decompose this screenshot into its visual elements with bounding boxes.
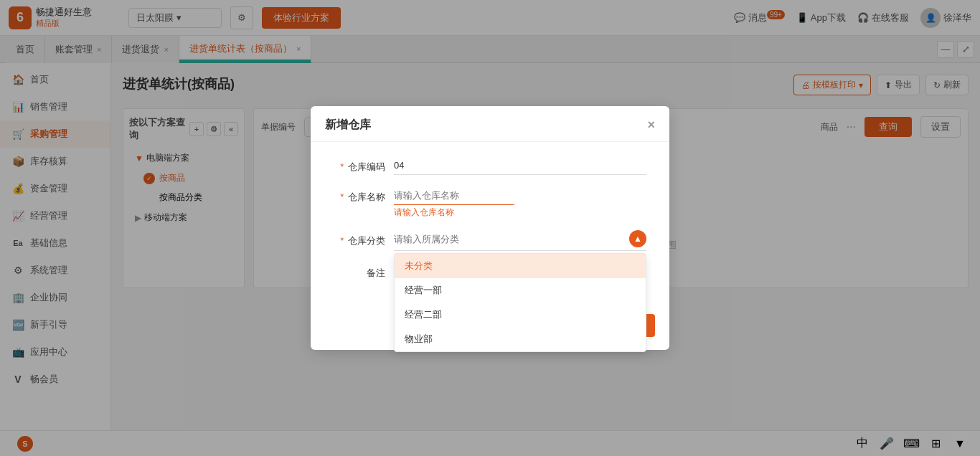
category-input[interactable] xyxy=(394,231,629,247)
modal-overlay: 新增仓库 × * 仓库编码 * 仓库名称 请输入仓库名称 xyxy=(0,0,980,456)
dropdown-option-property[interactable]: 物业部 xyxy=(395,327,646,351)
code-input[interactable] xyxy=(394,156,646,175)
dialog-body: * 仓库编码 * 仓库名称 请输入仓库名称 * xyxy=(311,142,669,307)
dialog-title: 新增仓库 xyxy=(325,118,371,133)
name-input[interactable] xyxy=(394,186,514,205)
new-warehouse-dialog: 新增仓库 × * 仓库编码 * 仓库名称 请输入仓库名称 xyxy=(311,106,669,350)
dialog-close-button[interactable]: × xyxy=(647,118,655,133)
name-input-wrap: 请输入仓库名称 xyxy=(394,186,646,219)
dialog-header: 新增仓库 × xyxy=(311,106,669,142)
dropdown-option-none[interactable]: 未分类 xyxy=(395,254,646,278)
form-row-category: * 仓库分类 ▲ 未分类 经营一部 经营二部 物业部 xyxy=(334,230,646,251)
category-dropdown-wrap: ▲ 未分类 经营一部 经营二部 物业部 xyxy=(394,230,646,251)
required-mark-code: * xyxy=(340,161,344,172)
note-label: 备注 xyxy=(334,262,385,280)
code-label: * 仓库编码 xyxy=(334,156,385,174)
required-mark-name: * xyxy=(340,191,344,202)
category-label: * 仓库分类 xyxy=(334,230,385,247)
category-dropdown-list: 未分类 经营一部 经营二部 物业部 xyxy=(394,253,646,352)
category-dropdown-toggle[interactable]: ▲ xyxy=(629,230,646,247)
dropdown-option-dept2[interactable]: 经营二部 xyxy=(395,303,646,327)
dropdown-option-dept1[interactable]: 经营一部 xyxy=(395,278,646,303)
form-row-code: * 仓库编码 xyxy=(334,156,646,175)
name-label: * 仓库名称 xyxy=(334,186,385,204)
form-row-name: * 仓库名称 请输入仓库名称 xyxy=(334,186,646,219)
name-error-message: 请输入仓库名称 xyxy=(394,206,646,219)
required-mark-category: * xyxy=(340,235,344,246)
